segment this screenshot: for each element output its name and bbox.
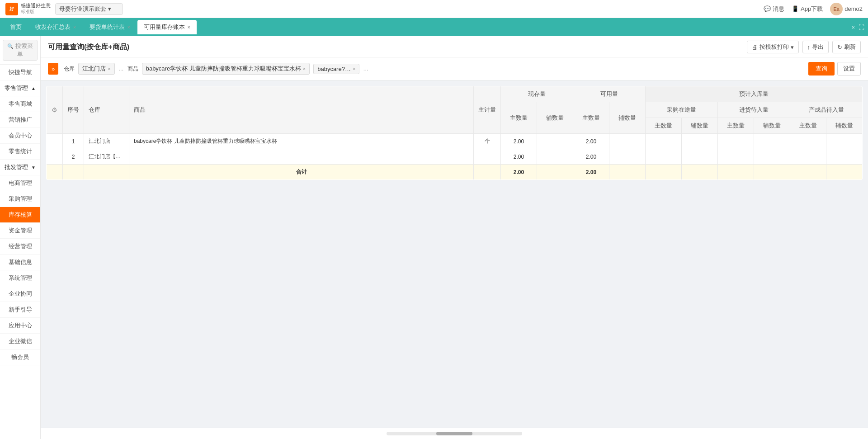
logo-text-block: 畅捷通好生意 标准版 — [21, 3, 51, 15]
message-action[interactable]: 💬 消息 — [764, 5, 784, 13]
sidebar-item-marketing-label: 营销推广 — [9, 116, 32, 123]
sidebar-item-inventory[interactable]: 库存核算 — [0, 207, 40, 223]
sidebar-item-retail-mall[interactable]: 零售商城 — [0, 96, 40, 112]
username-label: demo2 — [844, 5, 863, 12]
tab-stock-summary[interactable]: 收发存汇总表 × — [29, 20, 82, 34]
sidebar-item-ecommerce[interactable]: 电商管理 — [0, 175, 40, 191]
industry-selector-label: 母婴行业演示账套 — [59, 5, 106, 13]
row-pur-main — [646, 149, 682, 165]
tab-order-stats[interactable]: 要货单统计表 × — [83, 20, 137, 34]
tab-home[interactable]: 首页 — [4, 20, 28, 34]
warehouse-tag: 江北门店 × — [78, 63, 114, 75]
table-row: 1 江北门店 babycare学饮杯 儿童防摔防撞吸管杯重力球吸嘴杯宝宝水杯 个… — [47, 134, 863, 149]
app-download-action[interactable]: 📱 App下载 — [792, 5, 823, 13]
sidebar-item-system-label: 系统管理 — [9, 274, 32, 281]
table-pur-main-header: 主数量 — [646, 118, 682, 134]
goods-filter-label: 商品 — [127, 65, 138, 73]
filter-toggle-button[interactable]: » — [48, 63, 58, 75]
main-layout: 🔍 搜索菜单 快捷导航 零售管理 ▲ 零售商城 营销推广 会员中心 零售统计 批… — [0, 36, 868, 439]
sidebar-item-marketing[interactable]: 营销推广 — [0, 112, 40, 128]
row-no: 2 — [63, 149, 84, 165]
filter-area: » 仓库 江北门店 × … 商品 babycare学饮杯 儿童防摔防撞吸管杯重力… — [41, 57, 868, 80]
row-arr-main — [718, 134, 754, 149]
goods-tag-1-value: babycare学饮杯 儿童防摔防撞吸管杯重力球吸嘴杯宝宝水杯 — [146, 65, 301, 73]
warehouse-more-icon[interactable]: … — [118, 66, 124, 72]
logo-sub: 标准版 — [21, 9, 51, 15]
row-pro-aux — [826, 134, 863, 149]
sidebar-item-member-label: 会员中心 — [9, 132, 32, 139]
sidebar-item-new-guide[interactable]: 新手引导 — [0, 302, 40, 318]
sidebar-item-member-pro[interactable]: 畅会员 — [0, 349, 40, 365]
sidebar-item-purchase-label: 采购管理 — [9, 195, 32, 202]
col-avail-main-label: 主数量 — [582, 114, 600, 121]
sidebar-item-purchase[interactable]: 采购管理 — [0, 191, 40, 207]
table-settings-header[interactable]: ⚙ — [47, 86, 63, 134]
row-goods: babycare学饮杯 儿童防摔防撞吸管杯重力球吸嘴杯宝宝水杯 — [129, 134, 474, 149]
topbar-right: 💬 消息 📱 App下载 Ea demo2 — [764, 3, 863, 15]
sidebar-item-app-center[interactable]: 应用中心 — [0, 318, 40, 334]
row-stock-main: 2.00 — [501, 134, 537, 149]
sidebar-item-basic-info[interactable]: 基础信息 — [0, 255, 40, 270]
tab-available-stock[interactable]: 可用量库存账本 × — [137, 20, 197, 34]
inbound-group-label: 预计入库量 — [739, 90, 769, 97]
table-purchase-group-header: 采购在途量 — [646, 102, 718, 118]
sidebar-item-finance[interactable]: 资金管理 — [0, 223, 40, 239]
table-no-header: 序号 — [63, 86, 84, 134]
data-table: ⚙ 序号 仓库 商品 主计量 — [46, 86, 863, 180]
row-arr-aux — [754, 134, 790, 149]
tab-order-stats-close[interactable]: × — [127, 25, 130, 30]
close-all-tabs-icon[interactable]: × — [851, 24, 855, 31]
col-pro-aux-label: 辅数量 — [835, 122, 853, 129]
horizontal-scrollbar[interactable] — [387, 432, 522, 435]
table-arr-aux-header: 辅数量 — [754, 118, 790, 134]
setting-button[interactable]: 设置 — [837, 62, 861, 76]
industry-selector[interactable]: 母婴行业演示账套 ▾ — [55, 3, 123, 15]
sidebar-item-enterprise-wechat[interactable]: 企业微信 — [0, 334, 40, 349]
page-title: 可用量查询(按仓库+商品) — [48, 42, 129, 52]
tab-available-stock-close[interactable]: × — [188, 25, 190, 30]
goods-more-icon[interactable]: … — [363, 66, 368, 72]
sidebar-item-quick-nav[interactable]: 快捷导航 — [0, 65, 40, 80]
refresh-button[interactable]: ↻ 刷新 — [832, 41, 861, 53]
goods-tag-2: babycare?… × — [313, 64, 359, 74]
col-goods-label: 商品 — [134, 106, 146, 113]
export-button[interactable]: ↑ 导出 — [802, 41, 829, 53]
goods-tag-2-value: babycare?… — [317, 66, 351, 72]
expand-icon[interactable]: ⛶ — [859, 24, 864, 31]
sidebar-item-operations[interactable]: 经营管理 — [0, 239, 40, 255]
sidebar-search-button[interactable]: 🔍 搜索菜单 — [3, 40, 38, 61]
tab-stock-summary-close[interactable]: × — [73, 25, 76, 30]
sidebar-item-system[interactable]: 系统管理 — [0, 270, 40, 286]
topbar: 好 畅捷通好生意 标准版 母婴行业演示账套 ▾ 💬 消息 📱 App下载 Ea … — [0, 0, 868, 18]
sidebar-item-enterprise-collab[interactable]: 企业协同 — [0, 286, 40, 302]
col-arr-main-label: 主数量 — [727, 122, 745, 129]
logo-text: 畅捷通好生意 — [21, 3, 51, 9]
warehouse-tag-remove[interactable]: × — [108, 66, 110, 71]
message-label: 消息 — [773, 5, 784, 13]
row-warehouse: 江北门店【... — [84, 149, 129, 165]
warehouse-filter-label: 仓库 — [64, 65, 75, 73]
sidebar-item-retail-stats[interactable]: 零售统计 — [0, 144, 40, 160]
goods-tag-1-remove[interactable]: × — [303, 66, 306, 71]
table-arrival-group-header: 进货待入量 — [718, 102, 790, 118]
col-unit-label: 主计量 — [478, 106, 496, 113]
print-template-button[interactable]: 🖨 按模板打印 ▾ — [747, 41, 799, 53]
query-button[interactable]: 查询 — [808, 62, 835, 76]
table-warehouse-header: 仓库 — [84, 86, 129, 134]
goods-tag-2-remove[interactable]: × — [353, 66, 355, 71]
sidebar-item-member[interactable]: 会员中心 — [0, 128, 40, 144]
row-pur-aux — [682, 134, 718, 149]
sidebar-item-wholesale[interactable]: 批发管理 ▼ — [0, 160, 40, 175]
sidebar-item-app-center-label: 应用中心 — [9, 322, 32, 329]
refresh-label: 刷新 — [844, 43, 856, 51]
arrival-group-label: 进货待入量 — [739, 106, 769, 113]
col-avail-aux-label: 辅数量 — [618, 114, 636, 121]
page-header: 可用量查询(按仓库+商品) 🖨 按模板打印 ▾ ↑ 导出 ↻ 刷新 — [41, 36, 868, 57]
sidebar-item-retail-mgmt[interactable]: 零售管理 ▲ — [0, 80, 40, 96]
row-arr-main — [718, 149, 754, 165]
nav-tabs: 首页 收发存汇总表 × 要货单统计表 × 可用量库存账本 × × ⛶ — [0, 18, 868, 36]
row-avail-main: 2.00 — [573, 134, 609, 149]
scrollbar-thumb[interactable] — [436, 432, 472, 435]
row-pur-main — [646, 134, 682, 149]
user-action[interactable]: Ea demo2 — [830, 3, 863, 15]
